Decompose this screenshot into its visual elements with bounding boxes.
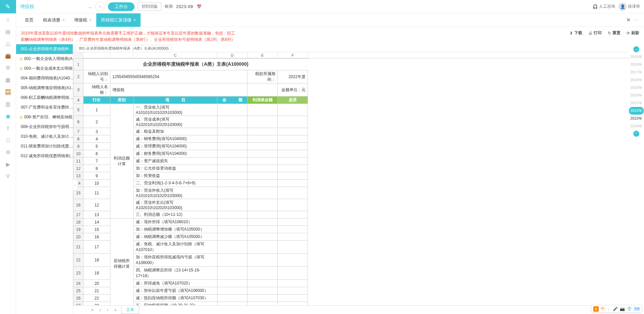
grid-item-cell[interactable]: 减：纳税调整减少额（填写A105000） — [133, 233, 217, 241]
tree-item[interactable]: 007-广告费和业务宣传费跨… — [16, 103, 73, 112]
grid-item-cell[interactable]: 减：所得减免（填写A107020） — [133, 280, 217, 287]
year-2024年[interactable]: 2024年 — [629, 122, 644, 130]
close-icon[interactable]: × — [89, 18, 92, 22]
sheet-tab-main[interactable]: 主表 — [121, 306, 139, 314]
year-2022年[interactable]: 2022年 — [629, 107, 644, 115]
sheet-title-tab[interactable]: 001-企业所得税年度纳税申报表（A类）主表(A100000) — [76, 45, 172, 52]
year-down-icon[interactable]: ﹀ — [633, 131, 639, 137]
tree-item[interactable]: 009-企业所得税弥补亏损明… — [16, 122, 73, 132]
grid-diff-cell[interactable] — [278, 233, 308, 241]
year-2019年[interactable]: 2019年 — [629, 84, 644, 91]
history-button[interactable]: ≡ — [95, 2, 105, 11]
grid-item-cell[interactable]: 加：境外应税所得抵减境内亏损（填写A108000） — [133, 254, 217, 267]
consult-link[interactable]: 🎧人工咨询 — [593, 4, 615, 9]
year-2017年[interactable]: 2017年 — [629, 68, 644, 76]
grid-item-cell[interactable]: 四、纳税调整后所得（13-14+15-16-17+18） — [133, 267, 217, 280]
grid-diff-cell[interactable] — [278, 104, 308, 116]
tree-item[interactable]: 006-职工薪酬纳税调整明细… — [16, 93, 73, 103]
grid-amount-cell[interactable] — [217, 104, 248, 116]
grid-pl-cell[interactable] — [248, 199, 278, 211]
grid-diff-cell[interactable] — [278, 302, 308, 305]
grid-pl-cell[interactable] — [248, 280, 278, 287]
year-2021年[interactable]: 2021年 — [629, 99, 644, 107]
grid-diff-cell[interactable] — [278, 143, 308, 150]
grid-item-cell[interactable]: 减：管理费用(填写A104000) — [133, 143, 217, 150]
rail-settings-icon[interactable]: ⚙ — [0, 146, 16, 158]
grid-item-cell[interactable]: 减：营业成本(填写A102010\102020\103000) — [133, 116, 217, 128]
tree-item[interactable]: ⊘002-一般企业收入明细表(A1… — [16, 54, 73, 64]
ime-lang[interactable]: 中 — [601, 306, 605, 312]
grid-amount-cell[interactable] — [217, 226, 248, 233]
rail-bag-icon[interactable]: 👜 — [0, 50, 16, 62]
grid-amount-cell[interactable] — [217, 287, 248, 295]
year-2015年[interactable]: 2015年 — [629, 53, 644, 61]
grid-pl-cell[interactable] — [248, 116, 278, 128]
grid-item-cell[interactable]: 减：免税、减计收入及加计扣除（填写A107010） — [133, 241, 217, 254]
grid-diff-cell[interactable] — [278, 280, 308, 287]
grid-item-cell[interactable]: 三、利润总额（10+11-12) — [133, 211, 217, 218]
print-button[interactable]: 🖨 打印 — [588, 30, 602, 36]
collapse-tree-handle[interactable]: ‹ — [73, 179, 78, 191]
grid-pl-cell[interactable] — [248, 226, 278, 233]
grid-diff-cell[interactable] — [278, 135, 308, 143]
grid-pl-cell[interactable] — [248, 172, 278, 180]
ime-skin-icon[interactable]: 👕 — [627, 307, 632, 311]
ime-punct[interactable]: ， — [607, 306, 611, 312]
grid-amount-cell[interactable] — [217, 211, 248, 218]
grid-diff-cell[interactable] — [278, 128, 308, 135]
user-menu[interactable]: 👤徐泽华 — [619, 3, 640, 11]
grid-diff-cell[interactable] — [278, 218, 308, 226]
grid-amount-cell[interactable] — [217, 295, 248, 302]
tree-item[interactable]: ⊘008-资产折旧、摊销及纳税… — [16, 112, 73, 122]
rail-v-icon[interactable]: V — [0, 170, 16, 182]
rail-copy-icon[interactable]: ⧉ — [0, 62, 16, 74]
grid-item-cell[interactable]: 二、营业利润(1-2-3-4-5-6-7+8+9) — [133, 180, 217, 187]
grid-pl-cell[interactable] — [248, 165, 278, 172]
grid-diff-cell[interactable] — [278, 226, 308, 233]
grid-pl-cell[interactable] — [248, 104, 278, 116]
calendar-icon[interactable]: 📅 — [197, 4, 202, 9]
grid-item-cell[interactable]: 减：抵扣应纳税所得额（填写A107030） — [133, 295, 217, 302]
sheet-first-icon[interactable]: « — [90, 308, 95, 312]
grid-amount-cell[interactable] — [217, 218, 248, 226]
tree-item[interactable]: 005-纳税调整项目明细表(A1… — [16, 83, 73, 93]
grid-item-cell[interactable]: 加：营业外收入(填写A101010\101020\103000) — [133, 187, 217, 199]
grid-item-cell[interactable]: 五、应纳税所得额（19-20-21-22） — [133, 302, 217, 305]
grid-item-cell[interactable]: 一、营业收入(填写A101010\101020\103000) — [133, 104, 217, 116]
period-value[interactable]: 2023-09 — [176, 4, 193, 9]
grid-amount-cell[interactable] — [217, 267, 248, 280]
grid-diff-cell[interactable] — [278, 165, 308, 172]
grid-diff-cell[interactable] — [278, 150, 308, 158]
grid-item-cell[interactable]: 减：销售费用(填写A104000) — [133, 135, 217, 143]
rail-export-icon[interactable]: ⇪ — [0, 122, 16, 134]
rail-tax-icon[interactable]: ◉ — [0, 110, 16, 122]
switch-old-button[interactable]: 切到旧版 — [138, 2, 161, 11]
rail-home-icon[interactable]: ⌂ — [0, 13, 16, 25]
tree-item[interactable]: 011-研发费用加计扣除优惠… — [16, 141, 73, 151]
tab-所得税汇算清缴[interactable]: 所得税汇算清缴× — [96, 13, 141, 27]
close-all-tabs-icon[interactable]: ✕ — [624, 17, 633, 23]
tab-税表清册[interactable]: 税表清册× — [38, 13, 69, 27]
grid-body[interactable]: 1企业所得税年度纳税申报表（A类）主表(A100000)2纳税人识别号：1255… — [73, 58, 629, 305]
year-2016年[interactable]: 2016年 — [629, 61, 644, 68]
grid-amount-cell[interactable] — [217, 199, 248, 211]
rail-calc-icon[interactable]: 🧮 — [0, 86, 16, 98]
tree-item[interactable]: 001-企业所得税年度纳税申… — [16, 44, 73, 54]
grid-diff-cell[interactable] — [278, 287, 308, 295]
grid-amount-cell[interactable] — [217, 150, 248, 158]
rail-doc-icon[interactable]: ▤ — [0, 25, 16, 38]
grid-pl-cell[interactable] — [248, 287, 278, 295]
year-up-icon[interactable]: ︿ — [633, 46, 639, 52]
grid-item-cell[interactable]: 减：资产减值损失 — [133, 158, 217, 165]
year-2018年[interactable]: 2018年 — [629, 76, 644, 84]
grid-amount-cell[interactable] — [217, 180, 248, 187]
grid-item-cell[interactable]: 减：财务费用(填写A104000) — [133, 150, 217, 158]
rail-table-icon[interactable]: ▥ — [0, 98, 16, 110]
grid-item-cell[interactable]: 减：境外所得（填写A108010） — [133, 218, 217, 226]
grid-pl-cell[interactable] — [248, 302, 278, 305]
grid-item-cell[interactable]: 加：投资收益 — [133, 172, 217, 180]
grid-item-cell[interactable]: 减：税金及附加 — [133, 128, 217, 135]
ime-cam-icon[interactable]: 📷 — [620, 307, 625, 311]
grid-amount-cell[interactable] — [217, 158, 248, 165]
sheet-prev-icon[interactable]: ‹ — [98, 308, 102, 312]
